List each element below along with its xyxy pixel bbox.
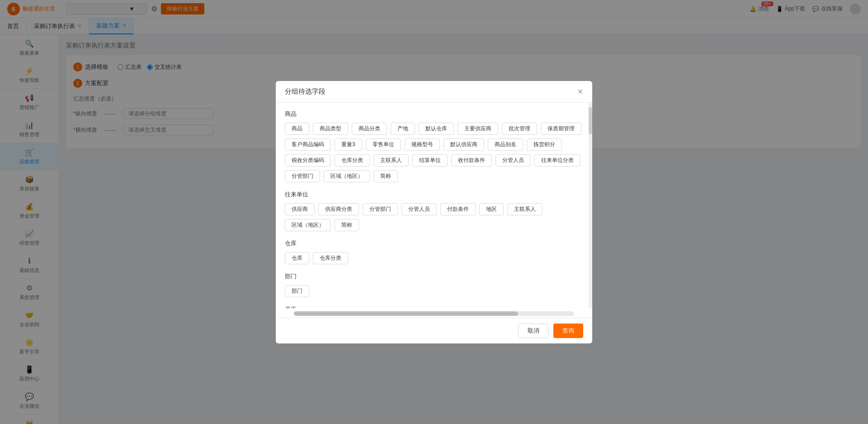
tag-product-3[interactable]: 产地 [391, 123, 415, 135]
section-department: 部门 部门 [285, 272, 583, 297]
section-employee: 员工 业务员 [285, 305, 583, 309]
confirm-button[interactable]: 查询 [553, 324, 583, 338]
tag-department-0[interactable]: 部门 [285, 285, 309, 297]
section-warehouse: 仓库 仓库 仓库分类 [285, 239, 583, 264]
tag-product-5[interactable]: 主要供应商 [458, 123, 498, 135]
modal-footer: 取消 查询 [276, 318, 592, 343]
section-partner-title: 往来单位 [285, 191, 583, 199]
section-partner: 往来单位 供应商 供应商分类 分管部门 分管人员 付款条件 地区 主联系人 区域… [285, 191, 583, 231]
tag-product-14[interactable]: 拣货积分 [527, 138, 562, 151]
tag-product-16[interactable]: 仓库分类 [335, 154, 370, 167]
tag-product-0[interactable]: 商品 [285, 123, 309, 135]
tag-warehouse-1[interactable]: 仓库分类 [313, 252, 348, 264]
tag-partner-5[interactable]: 地区 [479, 203, 504, 215]
field-tags-product: 商品 商品类型 商品分类 产地 默认仓库 主要供应商 批次管理 保质期管理 客户… [285, 123, 583, 182]
tag-product-6[interactable]: 批次管理 [502, 123, 537, 135]
tag-product-8[interactable]: 客户商品编码 [285, 138, 331, 151]
modal-scrollbar-thumb[interactable] [589, 107, 592, 134]
tag-product-11[interactable]: 规格型号 [405, 138, 440, 151]
tag-product-13[interactable]: 商品别名 [488, 138, 523, 151]
modal-hscroll-track[interactable] [294, 311, 574, 316]
modal-hscroll-thumb[interactable] [294, 311, 518, 316]
tag-product-22[interactable]: 分管部门 [285, 170, 320, 182]
tag-warehouse-0[interactable]: 仓库 [285, 252, 309, 264]
tag-partner-3[interactable]: 分管人员 [401, 203, 437, 215]
field-tags-partner: 供应商 供应商分类 分管部门 分管人员 付款条件 地区 主联系人 区域（地区） … [285, 203, 583, 231]
tag-product-21[interactable]: 往来单位分类 [534, 154, 580, 167]
section-department-title: 部门 [285, 272, 583, 281]
tag-product-17[interactable]: 主联系人 [373, 154, 409, 167]
tag-product-10[interactable]: 零售单位 [366, 138, 401, 151]
tag-product-18[interactable]: 结算单位 [412, 154, 448, 167]
modal-header: 分组待选字段 ✕ [276, 81, 592, 103]
tag-partner-2[interactable]: 分管部门 [363, 203, 398, 215]
modal-overlay: 分组待选字段 ✕ 商品 商品 商品类型 商品分类 产地 默认仓库 主要供应商 批… [0, 0, 868, 424]
field-select-modal: 分组待选字段 ✕ 商品 商品 商品类型 商品分类 产地 默认仓库 主要供应商 批… [276, 81, 592, 343]
tag-product-1[interactable]: 商品类型 [313, 123, 348, 135]
modal-body[interactable]: 商品 商品 商品类型 商品分类 产地 默认仓库 主要供应商 批次管理 保质期管理… [276, 103, 592, 309]
tag-partner-8[interactable]: 简称 [335, 219, 359, 231]
tag-partner-7[interactable]: 区域（地区） [285, 219, 331, 231]
cancel-button[interactable]: 取消 [518, 324, 549, 338]
tag-partner-6[interactable]: 主联系人 [507, 203, 542, 215]
tag-product-23[interactable]: 区域（地区） [324, 170, 370, 182]
tag-product-20[interactable]: 分管人员 [495, 154, 531, 167]
tag-product-9[interactable]: 重量3 [335, 138, 362, 151]
tag-product-2[interactable]: 商品分类 [352, 123, 387, 135]
modal-hscroll-area [276, 309, 592, 318]
tag-product-7[interactable]: 保质期管理 [541, 123, 581, 135]
modal-scrollbar-track[interactable] [589, 103, 592, 309]
tag-product-12[interactable]: 默认供应商 [443, 138, 484, 151]
tag-partner-0[interactable]: 供应商 [285, 203, 315, 215]
section-employee-title: 员工 [285, 305, 583, 309]
tag-partner-4[interactable]: 付款条件 [440, 203, 476, 215]
tag-product-19[interactable]: 收付款条件 [451, 154, 492, 167]
section-warehouse-title: 仓库 [285, 239, 583, 248]
field-tags-department: 部门 [285, 285, 583, 297]
tag-product-15[interactable]: 税收分类编码 [285, 154, 331, 167]
modal-title: 分组待选字段 [285, 87, 326, 96]
section-product-title: 商品 [285, 110, 583, 118]
modal-close-button[interactable]: ✕ [577, 87, 583, 96]
tag-product-24[interactable]: 简称 [373, 170, 398, 182]
tag-partner-1[interactable]: 供应商分类 [318, 203, 359, 215]
field-tags-warehouse: 仓库 仓库分类 [285, 252, 583, 264]
tag-product-4[interactable]: 默认仓库 [419, 123, 454, 135]
section-product: 商品 商品 商品类型 商品分类 产地 默认仓库 主要供应商 批次管理 保质期管理… [285, 110, 583, 182]
